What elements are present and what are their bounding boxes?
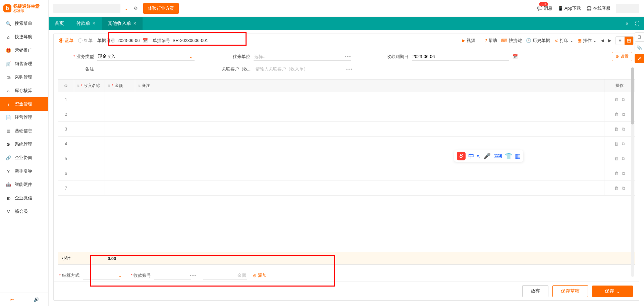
biz-type-input[interactable] — [97, 53, 195, 61]
more-icon[interactable]: ••• — [190, 273, 197, 278]
help-button[interactable]: ?帮助 — [485, 38, 497, 44]
side-collab[interactable]: 🔗企业协同 — [0, 151, 48, 164]
try-plan-button[interactable]: 体验行业方案 — [143, 3, 179, 14]
side-search[interactable]: 🔍搜索菜单 — [0, 17, 48, 30]
ime-apps-icon[interactable]: ▦ — [515, 152, 521, 160]
side-inventory[interactable]: ⌂库存核算 — [0, 84, 48, 97]
cell-remark[interactable] — [135, 122, 604, 136]
side-operation[interactable]: 📄经营管理 — [0, 111, 48, 124]
bill-date-field[interactable]: 单据日期 2023-06-06 📅 — [97, 38, 148, 44]
app-download-button[interactable]: 📱App下载 — [558, 5, 581, 11]
cell-remark[interactable] — [135, 166, 604, 181]
side-quicknav[interactable]: ⌂快捷导航 — [0, 30, 48, 44]
delete-icon[interactable]: 🗑 — [614, 171, 619, 176]
save-draft-button[interactable]: 保存草稿 — [552, 285, 588, 297]
delete-icon[interactable]: 🗑 — [614, 126, 619, 132]
form-settings-button[interactable]: ⚙设置 — [612, 52, 632, 61]
due-date-input[interactable] — [412, 53, 509, 61]
side-hardware[interactable]: 🤖智能硬件 — [0, 178, 48, 191]
delete-icon[interactable]: 🗑 — [614, 141, 619, 146]
table-row[interactable]: 4🗑⧉ — [58, 137, 635, 151]
close-icon[interactable]: ✕ — [133, 21, 137, 26]
side-member[interactable]: V畅会员 — [0, 205, 48, 218]
related-customer-input[interactable] — [255, 65, 352, 73]
table-row[interactable]: 7🗑⧉ — [58, 181, 635, 196]
cell-income-name[interactable] — [74, 92, 105, 107]
cell-income-name[interactable] — [74, 137, 105, 151]
view-list-button[interactable]: ≡ — [616, 37, 625, 45]
tab-payment[interactable]: 付款单✕ — [70, 17, 102, 30]
chevron-down-icon[interactable]: ⌄ — [124, 6, 128, 11]
print-button[interactable]: 🖨打印 ⌄ — [554, 38, 574, 44]
copy-icon[interactable]: ⧉ — [622, 171, 625, 176]
sound-icon[interactable]: 🔊 — [32, 296, 40, 304]
ime-toolbar[interactable]: S 中 •, 🎤 ⌨ 👕 ▦ — [454, 150, 523, 162]
table-row[interactable]: 2🗑⧉ — [58, 107, 635, 122]
cell-amount[interactable] — [105, 122, 135, 136]
cell-amount[interactable] — [105, 92, 135, 107]
rail-expand-icon[interactable]: ⤢ — [635, 54, 644, 63]
online-service-button[interactable]: 🎧在线客服 — [586, 5, 610, 11]
cell-amount[interactable] — [105, 137, 135, 151]
copy-icon[interactable]: ⧉ — [622, 186, 625, 191]
radio-red[interactable]: 红单 — [78, 38, 93, 44]
side-purchase[interactable]: 🛍采购管理 — [0, 70, 48, 84]
side-guide[interactable]: ?新手引导 — [0, 164, 48, 178]
more-icon[interactable]: ••• — [346, 67, 353, 72]
messages-button[interactable]: 💬 消息 99+ — [537, 5, 552, 11]
shortcut-button[interactable]: ⌨快捷键 — [501, 38, 522, 44]
fullscreen-icon[interactable]: ⛶ — [634, 20, 641, 28]
copy-icon[interactable]: ⧉ — [622, 112, 625, 117]
video-button[interactable]: ▶视频 — [462, 38, 475, 44]
settings-icon[interactable]: ⚙ — [132, 4, 139, 12]
collapse-icon[interactable]: ⇤ — [8, 296, 16, 304]
org-selector[interactable] — [53, 4, 120, 13]
table-row[interactable]: 6🗑⧉ — [58, 166, 635, 181]
cell-remark[interactable] — [135, 92, 604, 107]
receive-account-input[interactable] — [154, 271, 191, 279]
close-all-icon[interactable]: ✕ — [624, 20, 630, 28]
table-row[interactable]: 5🗑⧉ — [58, 151, 635, 166]
col-amount[interactable]: ⇅*金额 — [105, 80, 135, 92]
history-button[interactable]: 🕑历史单据 — [526, 38, 550, 44]
cell-amount[interactable] — [105, 181, 135, 195]
cell-amount[interactable] — [105, 151, 135, 166]
col-remark[interactable]: ⇅备注 — [135, 80, 604, 92]
cell-remark[interactable] — [135, 151, 604, 166]
copy-icon[interactable]: ⧉ — [622, 126, 625, 132]
rail-attach-icon[interactable]: 📎 — [635, 43, 644, 52]
cell-income-name[interactable] — [74, 166, 105, 181]
rail-note-icon[interactable]: 🗒 — [635, 32, 644, 42]
next-button[interactable]: ▶ — [608, 38, 611, 43]
copy-icon[interactable]: ⧉ — [622, 141, 625, 147]
scrollbar[interactable] — [631, 67, 634, 277]
add-settle-button[interactable]: ⊕添加 — [253, 272, 267, 278]
tab-home[interactable]: 首页 — [49, 17, 70, 30]
side-finance[interactable]: ¥资金管理 — [0, 97, 48, 111]
ime-mode[interactable]: 中 — [468, 152, 474, 160]
discard-button[interactable]: 放弃 — [522, 285, 548, 297]
copy-icon[interactable]: ⧉ — [622, 97, 625, 102]
table-row[interactable]: 3🗑⧉ — [58, 122, 635, 137]
cell-remark[interactable] — [135, 181, 604, 195]
cell-income-name[interactable] — [74, 122, 105, 136]
party-input[interactable] — [254, 53, 351, 61]
prev-button[interactable]: ◀ — [601, 38, 604, 43]
delete-icon[interactable]: 🗑 — [614, 97, 619, 102]
side-marketing[interactable]: 🎁营销推广 — [0, 44, 48, 57]
user-avatar[interactable] — [616, 4, 639, 13]
cell-income-name[interactable] — [74, 151, 105, 166]
cell-amount[interactable] — [105, 166, 135, 181]
save-button[interactable]: 保存⌄ — [592, 286, 633, 297]
ime-keyboard-icon[interactable]: ⌨ — [493, 152, 502, 160]
ime-skin-icon[interactable]: 👕 — [505, 152, 512, 160]
table-row[interactable]: 1🗑⧉ — [58, 92, 635, 107]
tab-other-income[interactable]: 其他收入单✕ — [102, 17, 143, 30]
view-detail-button[interactable]: ▤ — [625, 37, 633, 45]
remark-input[interactable] — [97, 65, 195, 73]
cell-income-name[interactable] — [74, 181, 105, 195]
calendar-icon[interactable]: 📅 — [143, 38, 148, 43]
close-icon[interactable]: ✕ — [92, 21, 96, 26]
cell-amount[interactable] — [105, 107, 135, 121]
more-icon[interactable]: ••• — [345, 54, 352, 59]
